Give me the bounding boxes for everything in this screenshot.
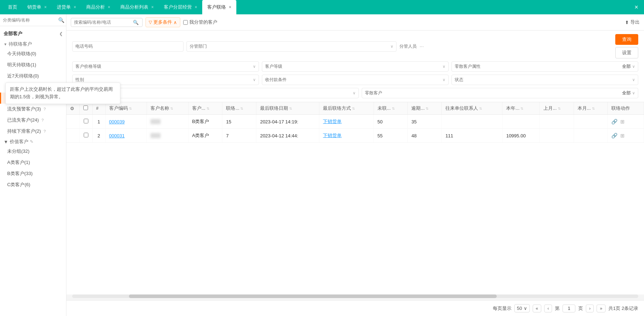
- th-code[interactable]: 客户编码 ⇅: [105, 102, 147, 115]
- filter-panel: 电话号码 分管部门 ∨ 分管人员 ··· 查询 设置: [66, 30, 644, 102]
- filter-price-level[interactable]: 客户价格等级 ∨: [72, 61, 259, 72]
- td-last-month-1: [539, 115, 574, 129]
- th-overdue[interactable]: 逾期... ⇅: [408, 102, 442, 115]
- sidebar-all-customers[interactable]: 全部客户 ❮: [0, 28, 66, 39]
- filter-phone-input[interactable]: [98, 44, 180, 49]
- tab-purchase-order[interactable]: 进货单 ×: [52, 0, 81, 14]
- th-settings[interactable]: ⚙: [66, 102, 79, 115]
- td-last-method-1[interactable]: 下销货单: [319, 115, 374, 129]
- sidebar-edit-icon[interactable]: ✎: [30, 139, 33, 144]
- sidebar-item-lost-preview[interactable]: 流失预警客户(3) ?: [0, 104, 66, 115]
- sidebar-item-unclassified[interactable]: 未分组(32): [0, 146, 66, 157]
- th-checkbox[interactable]: [79, 102, 92, 115]
- tab-customer-contact-close[interactable]: ×: [229, 5, 231, 10]
- filter-customer-level[interactable]: 客户等级 ∨: [262, 61, 449, 72]
- sidebar-item-tomorrow[interactable]: 明天待联络(1): [0, 60, 66, 71]
- set-button[interactable]: 设置: [615, 47, 638, 58]
- my-customers-checkbox-area[interactable]: 我分管的客户: [183, 19, 217, 25]
- tab-product-analysis-list[interactable]: 商品分析列表 ×: [115, 0, 159, 14]
- td-contact-1: 15: [222, 115, 256, 129]
- th-last-contact-date[interactable]: 最后联络日期 ⇅: [256, 102, 319, 115]
- sidebar-item-class-c[interactable]: C类客户(6): [0, 179, 66, 190]
- table-scrollbar[interactable]: [72, 294, 638, 298]
- filter-customer-type-label: 客户类型: [85, 90, 351, 96]
- action-link-icon-2[interactable]: 🔗: [611, 133, 617, 138]
- sidebar-search-icon[interactable]: 🔍: [58, 17, 64, 23]
- next-page-button[interactable]: ›: [586, 305, 594, 312]
- filter-status[interactable]: 状态 ∨: [451, 75, 638, 85]
- my-customers-checkbox[interactable]: [183, 20, 188, 25]
- td-last-method-2[interactable]: 下销货单: [319, 129, 374, 143]
- sidebar-group-pending[interactable]: ▼ 待联络客户: [0, 39, 66, 48]
- select-all-checkbox[interactable]: [83, 105, 88, 110]
- export-button[interactable]: ⬆ 导出: [625, 19, 640, 25]
- manager-ellipsis-button[interactable]: ···: [418, 43, 425, 49]
- tab-sales-order[interactable]: 销货单 ×: [22, 0, 52, 14]
- filter-row-1: 电话号码 分管部门 ∨ 分管人员 ··· 查询 设置: [72, 34, 638, 58]
- td-unit-contact-2: 111: [442, 129, 502, 143]
- sidebar-item-class-a[interactable]: A类客户(1): [0, 157, 66, 168]
- filter-dept-label: 分管部门: [190, 43, 389, 49]
- search-icon[interactable]: 🔍: [133, 20, 139, 25]
- td-code-2[interactable]: 000031: [105, 129, 147, 143]
- search-input[interactable]: [74, 20, 131, 25]
- td-name-1[interactable]: [147, 115, 189, 129]
- th-unit-contact[interactable]: 往来单位联系人 ⇅: [442, 102, 502, 115]
- sidebar-group-value[interactable]: ▼ 价值客户 ✎: [0, 137, 66, 146]
- td-checkbox-2[interactable]: [79, 129, 92, 143]
- tab-home[interactable]: 首页: [3, 0, 22, 14]
- th-name[interactable]: 客户名称 ⇅: [147, 102, 189, 115]
- tab-customer-segment[interactable]: 客户分层经营 ×: [159, 0, 202, 14]
- th-this-month[interactable]: 本月... ⇅: [574, 102, 608, 115]
- customer-code-1[interactable]: 000039: [109, 119, 125, 124]
- filter-phone[interactable]: 电话号码: [72, 41, 184, 52]
- settings-icon[interactable]: ⚙: [70, 106, 74, 111]
- tab-product-analysis[interactable]: 商品分析 ×: [81, 0, 115, 14]
- filter-zero-sell-attr[interactable]: 零散客户属性 全部 ∨: [451, 61, 638, 72]
- sidebar-item-7days[interactable]: 近7天待联络(0): [0, 71, 66, 82]
- td-name-2[interactable]: [147, 129, 189, 143]
- tab-product-analysis-list-close[interactable]: ×: [151, 5, 154, 10]
- row-2-checkbox[interactable]: [84, 133, 88, 137]
- th-contact[interactable]: 联络... ⇅: [222, 102, 256, 115]
- sidebar-item-class-b[interactable]: B类客户(33): [0, 168, 66, 179]
- prev-page-button[interactable]: ‹: [544, 305, 552, 312]
- filter-zero-sell[interactable]: 零散客户 全部 ∨: [362, 88, 638, 98]
- last-method-link-2[interactable]: 下销货单: [323, 133, 342, 138]
- td-contact-2: 7: [222, 129, 256, 143]
- sidebar-item-continuous-down[interactable]: 持续下滑客户(2) ?: [0, 126, 66, 137]
- th-this-year[interactable]: 本年... ⇅: [502, 102, 540, 115]
- last-method-link-1[interactable]: 下销货单: [323, 119, 342, 124]
- customer-code-2[interactable]: 000031: [109, 133, 125, 138]
- th-level[interactable]: 客户... ⇅: [188, 102, 222, 115]
- window-close-button[interactable]: ×: [631, 4, 641, 11]
- sidebar-item-today[interactable]: 今天待联络(0): [0, 48, 66, 60]
- th-not-contact[interactable]: 未联... ⇅: [374, 102, 408, 115]
- scrollbar-thumb[interactable]: [129, 294, 497, 298]
- tab-purchase-order-close[interactable]: ×: [74, 5, 76, 10]
- th-last-month[interactable]: 上月... ⇅: [539, 102, 574, 115]
- action-grid-icon-2[interactable]: ⊞: [620, 133, 625, 138]
- tab-sales-order-close[interactable]: ×: [44, 5, 47, 10]
- first-page-button[interactable]: «: [533, 305, 542, 312]
- sidebar-item-already-lost[interactable]: 已流失客户(24) ?: [0, 115, 66, 126]
- action-link-icon-1[interactable]: 🔗: [611, 119, 617, 124]
- last-page-button[interactable]: »: [597, 305, 606, 312]
- td-settings-2: [66, 129, 79, 143]
- query-button[interactable]: 查询: [615, 34, 638, 45]
- td-checkbox-1[interactable]: [79, 115, 92, 129]
- tab-customer-segment-close[interactable]: ×: [195, 5, 197, 10]
- action-grid-icon-1[interactable]: ⊞: [620, 119, 625, 124]
- sidebar-search-input[interactable]: [3, 18, 57, 23]
- more-conditions-button[interactable]: ▽ 更多条件 ∧: [145, 17, 180, 27]
- th-last-contact-method[interactable]: 最后联络方式 ⇅: [319, 102, 374, 115]
- per-page-select[interactable]: 50 ∨: [514, 304, 529, 312]
- filter-customer-type[interactable]: 客户类型 ∨: [82, 88, 359, 98]
- tab-customer-contact[interactable]: 客户联络 ×: [202, 0, 236, 14]
- row-1-checkbox[interactable]: [84, 119, 88, 123]
- filter-payment[interactable]: 收付款条件 ∨: [262, 75, 449, 85]
- page-input[interactable]: [562, 305, 575, 312]
- td-code-1[interactable]: 000039: [105, 115, 147, 129]
- filter-dept[interactable]: 分管部门 ∨: [186, 41, 397, 52]
- tab-product-analysis-close[interactable]: ×: [108, 5, 110, 10]
